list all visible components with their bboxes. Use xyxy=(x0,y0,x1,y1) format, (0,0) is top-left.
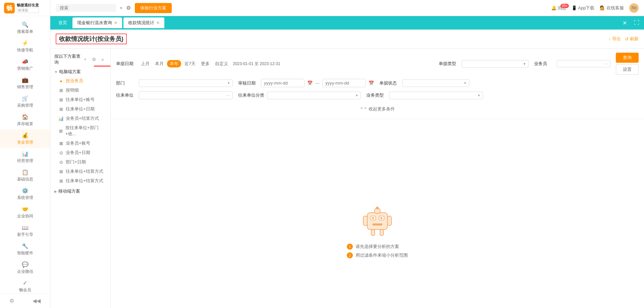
query-button[interactable]: 查询 xyxy=(616,53,639,63)
collapse-filter-btn[interactable]: ⌃⌃ 收起更多条件 xyxy=(360,106,395,112)
collapse-sidebar-btn[interactable]: ◀◀ xyxy=(31,296,42,305)
scheme-item-detail[interactable]: ⊞ 按明细 xyxy=(50,86,110,95)
sidebar-item-capital[interactable]: 💰 资金管理 xyxy=(0,130,50,148)
scheme-item-partner-date[interactable]: ⊞ 往来单位+日期 xyxy=(50,104,110,114)
svg-point-10 xyxy=(376,207,379,209)
scheme-item-salesman[interactable]: ● 按业务员 xyxy=(50,76,110,86)
doc-type-chevron-icon: ▾ xyxy=(524,62,526,66)
sidebar-item-operation[interactable]: 📊 经营管理 xyxy=(0,148,50,166)
audit-date-label: 审核日期 xyxy=(238,80,258,86)
scheme-item-salesman-account[interactable]: ⊠ 业务员+账号 xyxy=(50,139,110,148)
scheme-item-dept-date[interactable]: ⊙ 部门+日期 xyxy=(50,157,110,167)
sidebar-item-quicknav[interactable]: ⚡ 快捷导航 xyxy=(0,37,50,56)
sidebar-item-hardware[interactable]: 🔧 智能硬件 xyxy=(0,240,50,259)
audit-date-start[interactable] xyxy=(261,79,305,87)
sidebar-item-inventory[interactable]: 🏠 库存核算 xyxy=(0,111,50,130)
message-badge: 99+ xyxy=(560,4,569,8)
empty-tips: 1 请先选择要分析的方案 2 用过滤条件来缩小分析范围 xyxy=(347,244,408,258)
salesman-account-icon: ⊠ xyxy=(58,141,64,146)
partner-category-select[interactable]: ▾ xyxy=(267,92,361,99)
sidebar-item-sales[interactable]: 💼 销售管理 xyxy=(0,74,50,93)
scheme-item-partner-settle1[interactable]: ⊞ 往来单位+结算方式 xyxy=(50,167,110,176)
operation-icon: 📊 xyxy=(22,151,29,157)
dropdown-arrow-icon[interactable]: ▾ xyxy=(120,6,122,10)
partner-more-icon[interactable]: ··· xyxy=(226,93,230,98)
empty-illustration xyxy=(357,199,397,240)
maximize-btn[interactable]: ⛶ xyxy=(632,18,641,28)
online-service-link[interactable]: 💁 在线客服 xyxy=(600,5,624,11)
query-buttons: 查询 设置 xyxy=(616,53,639,75)
filter-section: 单据日期 上月 本月 本年 近7天 更多 自定义 2023-01-01 至 20… xyxy=(111,49,644,119)
date-filter: 单据日期 上月 本月 本年 近7天 更多 自定义 2023-01-01 至 20… xyxy=(116,60,280,67)
filter-row-1: 单据日期 上月 本月 本年 近7天 更多 自定义 2023-01-01 至 20… xyxy=(116,53,639,75)
partner-account-icon: ⊞ xyxy=(58,97,64,102)
filter-area: 单据日期 上月 本月 本年 近7天 更多 自定义 2023-01-01 至 20… xyxy=(111,49,644,149)
scheme-item-partner-account[interactable]: ⊞ 往来单位+账号 xyxy=(50,95,110,104)
mobile-group-header[interactable]: ▶ 移动端方案 xyxy=(50,187,110,196)
date-tab-this-month[interactable]: 本月 xyxy=(153,60,166,67)
date-tab-last-month[interactable]: 上月 xyxy=(139,60,152,67)
trial-button[interactable]: 体验行业方案 xyxy=(135,3,172,13)
sidebar-item-wechat[interactable]: 💬 企业微信 xyxy=(0,259,50,277)
audit-date-end[interactable] xyxy=(322,79,366,87)
scheme-item-salesman-date[interactable]: ⊙ 业务员+日期 xyxy=(50,148,110,157)
date-tab-7days[interactable]: 近7天 xyxy=(182,60,198,67)
svg-rect-8 xyxy=(372,223,382,225)
settings-bottom-btn[interactable]: ⚙ xyxy=(8,296,15,305)
message-icon: 🔔 xyxy=(551,5,556,10)
tab-home[interactable]: 首页 xyxy=(53,16,72,30)
guide-icon: 📖 xyxy=(22,224,29,231)
user-avatar[interactable]: Rit xyxy=(629,3,639,13)
doc-status-select[interactable]: ▾ xyxy=(402,79,469,87)
sidebar-item-enterprise[interactable]: 🤝 企业协同 xyxy=(0,203,50,222)
scheme-item-partner-settle2[interactable]: ⊞ 往来单位+结算方式 xyxy=(50,176,110,186)
export-button[interactable]: ↑ 导出 xyxy=(609,36,621,42)
audit-date-end-icon[interactable]: 📅 xyxy=(369,81,374,86)
desktop-group-header[interactable]: ▼ 电脑端方案 xyxy=(50,67,110,76)
sidebar-item-search[interactable]: 🔍 搜索菜单 xyxy=(0,19,50,37)
date-tab-more[interactable]: 更多 xyxy=(199,60,212,67)
doc-type-select[interactable]: ▾ xyxy=(462,60,529,68)
doc-status-filter: 单据状态 ▾ xyxy=(379,79,469,87)
collapse-scheme-btn[interactable]: « xyxy=(99,56,106,63)
sidebar-item-basic[interactable]: 📋 基础信息 xyxy=(0,166,50,185)
date-tab-custom[interactable]: 自定义 xyxy=(213,60,230,67)
app-download-link[interactable]: 📱 App下载 xyxy=(572,5,594,11)
settings-gear-icon[interactable]: ⚙ xyxy=(126,5,131,11)
tab-close-bank[interactable]: ✕ xyxy=(114,20,117,25)
tab-close-collection[interactable]: ✕ xyxy=(156,20,160,25)
sidebar-item-purchase[interactable]: 🛒 采购管理 xyxy=(0,93,50,111)
filter-row-2: 部门 ▾ 审核日期 📅 — xyxy=(116,79,639,87)
main-area: ▾ ⚙ 体验行业方案 🔔 消息 99+ 📱 App下载 💁 在线客服 Rit 首… xyxy=(50,0,644,308)
tab-bank-flow[interactable]: 现金银行流水查询 ✕ xyxy=(72,17,122,28)
partner-select[interactable]: ··· xyxy=(139,91,233,99)
scheme-item-salesman-settle[interactable]: 📊 业务员+结算方式 xyxy=(50,114,110,123)
search-menu-input[interactable] xyxy=(56,4,116,12)
sidebar-item-marketing[interactable]: 📣 营销推广 xyxy=(0,56,50,74)
sidebar-item-member[interactable]: ✓ 畅会员 xyxy=(0,277,50,293)
add-scheme-btn[interactable]: ＋ xyxy=(82,56,89,63)
biz-type-select[interactable]: ▾ xyxy=(389,92,483,99)
system-icon: ⚙️ xyxy=(22,188,29,194)
sidebar-item-guide[interactable]: 📖 新手引导 xyxy=(0,222,50,240)
date-tab-this-year[interactable]: 本年 xyxy=(167,60,181,67)
dept-select[interactable]: ▾ xyxy=(139,79,233,87)
audit-date-separator: — xyxy=(315,81,320,86)
svg-rect-11 xyxy=(363,216,367,225)
close-all-tabs-btn[interactable]: ✕ xyxy=(620,18,629,28)
tab-collection-stats[interactable]: 收款情况统计 ✕ xyxy=(123,17,164,28)
svg-point-6 xyxy=(372,217,374,219)
wechat-icon: 💬 xyxy=(22,261,29,268)
logo-icon: 畅 xyxy=(4,3,15,13)
message-area[interactable]: 🔔 消息 99+ xyxy=(551,5,567,11)
salesman-select[interactable]: ··· xyxy=(557,60,610,67)
quick-nav-icon: ⚡ xyxy=(22,40,29,46)
audit-date-filter: 审核日期 📅 — 📅 xyxy=(238,79,374,87)
manage-scheme-btn[interactable]: ⚙ xyxy=(90,56,98,63)
settings-button[interactable]: 设置 xyxy=(616,64,639,75)
doc-type-filter: 单据类型 ▾ xyxy=(439,60,529,68)
refresh-button[interactable]: ↺ 刷新 xyxy=(625,36,639,42)
scheme-item-partner-dept[interactable]: ⊞ 按往来单位+部门+收... xyxy=(50,123,110,139)
sidebar-item-system[interactable]: ⚙️ 系统管理 xyxy=(0,185,50,203)
audit-date-start-icon[interactable]: 📅 xyxy=(307,81,313,86)
